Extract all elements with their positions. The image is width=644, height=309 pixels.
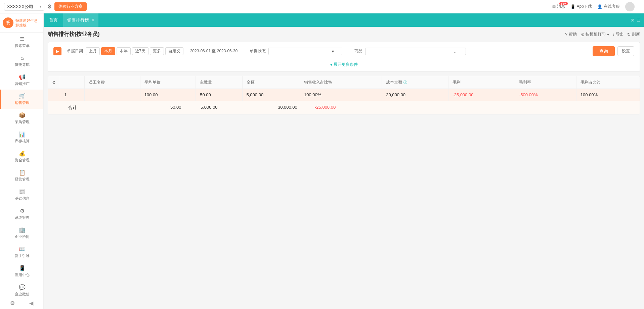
col-total: 全额 [242,76,300,89]
service-icon: 👤 [597,4,602,9]
sidebar-item-system[interactable]: ⚙ 系统管理 [0,204,43,223]
online-service-item[interactable]: 👤 在线客服 [597,4,620,9]
nav-label-search: 搜索菜单 [15,43,30,48]
footer-cost: 30,000.00 [274,105,311,111]
table-body: 1 100.00 50.00 5,000.00 100.00% 30,000.0… [48,89,640,101]
export-button[interactable]: ↓ 导出 [612,32,624,37]
tab-sales-ranking[interactable]: 销售排行榜 ✕ [63,13,98,27]
footer-label: 合计 [52,105,166,111]
bottom-settings-icon[interactable]: ⚙ [10,300,15,306]
sidebar-item-inventory[interactable]: 📊 库存核算 [0,128,43,147]
marketing-icon: 📢 [19,74,26,80]
tab-bar-right: ✕ □ [631,17,644,23]
cell-gross-profit: -25,000.00 [448,89,515,101]
sidebar-item-operations[interactable]: 📋 经营管理 [0,166,43,185]
sidebar-nav: ☰ 搜索菜单 ⌂ 快捷导航 📢 营销推广 🛒 销售管理 📦 采购管理 📊 库 [0,33,43,297]
refresh-button[interactable]: ↻ 刷新 [627,32,640,37]
collapse-icon[interactable]: ◀ [29,300,33,306]
filter-actions: 查询 设置 [593,46,634,56]
window-close-icon[interactable]: ✕ [631,17,635,23]
nav-label-enterprise: 企业协同 [15,234,30,239]
content-area: 首页 销售排行榜 ✕ ✕ □ 销售排行榜(按业务员) ? 帮助 [44,13,644,309]
nav-label-basic-info: 基础信息 [15,196,30,201]
window-maximize-icon[interactable]: □ [637,17,640,23]
current-year-btn[interactable]: 本年 [117,47,131,55]
sidebar: 畅 畅康通好生意 标准版 ☰ 搜索菜单 ⌂ 快捷导航 📢 营销推广 🛒 销售管理 [0,13,44,309]
expand-more-btn[interactable]: ▾ 展开更多条件 [53,59,634,67]
print-template-button[interactable]: 🖨 按模板打印 ▾ [580,32,609,37]
logo-icon: 畅 [3,17,13,28]
message-icon: ✉ [552,4,556,9]
col-main-qty: 主数量 [196,76,242,89]
trial-button[interactable]: 体验行业方案 [54,2,87,11]
company-selector[interactable]: XXXXXX公司 ▾ [4,3,44,11]
query-button[interactable]: 查询 [593,46,615,56]
sidebar-item-quick-nav[interactable]: ⌂ 快捷导航 [0,52,43,70]
cell-avg-price: 100.00 [140,89,196,101]
col-gross-rate: 毛利率 [515,76,576,89]
filter-settings-button[interactable]: 设置 [617,46,634,56]
prev-month-btn[interactable]: 上月 [86,47,100,55]
last-7days-btn[interactable]: 近7天 [132,47,148,55]
sidebar-item-wechat[interactable]: 💬 企业微信 [0,281,43,297]
cell-total: 5,000.00 [242,89,300,101]
nav-label-marketing: 营销推广 [15,81,30,86]
expand-arrow-icon: ▾ [330,62,332,67]
status-label: 单据状态 [250,48,266,54]
sidebar-item-sales[interactable]: 🛒 销售管理 [0,90,43,109]
message-badge: 99+ [559,2,568,5]
system-icon: ⚙ [20,208,25,214]
cell-rank: 1 [60,89,85,101]
custom-date-btn[interactable]: 自定义 [165,47,183,55]
settings-icon[interactable]: ⚙ [47,3,52,10]
chevron-down-icon: ▾ [40,5,41,8]
sidebar-logo: 畅 畅康通好生意 标准版 [0,13,43,33]
sidebar-item-marketing[interactable]: 📢 营销推广 [0,70,43,90]
date-btn-group: 上月 本月 本年 近7天 更多 自定义 [86,47,183,55]
sidebar-item-app-center[interactable]: 📱 应用中心 [0,262,43,281]
app-download-item[interactable]: 📱 App下载 [570,4,592,9]
sidebar-item-enterprise[interactable]: 🏢 企业协同 [0,223,43,243]
download-icon: 📱 [570,4,575,9]
goods-label: 商品 [354,48,362,54]
sidebar-item-finance[interactable]: 💰 资金管理 [0,147,43,166]
date-label: 单据日期 [67,48,83,54]
print-chevron-icon: ▾ [607,32,609,37]
cell-name [85,89,140,101]
current-month-btn[interactable]: 本月 [101,47,115,55]
message-item[interactable]: ✉ 消息 99+ [552,4,565,9]
goods-select[interactable]: ... [365,48,466,55]
filter-toggle-btn[interactable]: ▶ [53,47,61,55]
footer-total: 5,000.00 [197,105,233,111]
sidebar-item-guide[interactable]: 📖 新手引导 [0,243,43,262]
sidebar-item-purchase[interactable]: 📦 采购管理 [0,109,43,128]
sales-icon: 🛒 [19,93,26,99]
goods-ellipsis: ... [454,49,458,54]
sidebar-item-search-order[interactable]: ☰ 搜索菜单 [0,33,43,52]
cost-info-icon: ⓘ [403,80,407,84]
more-date-btn[interactable]: 更多 [150,47,164,55]
col-settings[interactable]: ⚙ [48,76,60,89]
col-cost: 成本全额 ⓘ [382,76,448,89]
nav-label-wechat: 企业微信 [15,292,30,297]
close-tab-icon[interactable]: ✕ [91,18,94,22]
status-select[interactable]: ▾ [268,48,342,55]
logo-text: 畅康通好生意 标准版 [15,18,38,28]
app-center-icon: 📱 [19,265,26,271]
operations-icon: 📋 [19,169,26,176]
print-label: 按模板打印 [586,32,606,37]
guide-icon: 📖 [19,246,26,252]
sidebar-item-basic-info[interactable]: 📰 基础信息 [0,185,43,204]
table-footer: 合计 50.00 5,000.00 30,000.00 -25,000.00 [48,101,640,114]
avatar[interactable] [625,2,635,11]
print-icon: 🖨 [580,32,584,37]
tab-home[interactable]: 首页 [44,13,63,27]
data-table: ⚙ 员工名称 平均单价 主数量 全额 销售收入占比% 成本全额 ⓘ 毛利 毛利率 [48,76,640,114]
cell-cost: 30,000.00 [382,89,448,101]
help-icon: ? [565,32,567,37]
help-button[interactable]: ? 帮助 [565,32,577,37]
basic-info-icon: 📰 [19,189,26,195]
expand-label: 展开更多条件 [334,62,358,67]
footer-gross: -25,000.00 [311,105,348,111]
nav-label-inventory: 库存核算 [15,139,30,144]
